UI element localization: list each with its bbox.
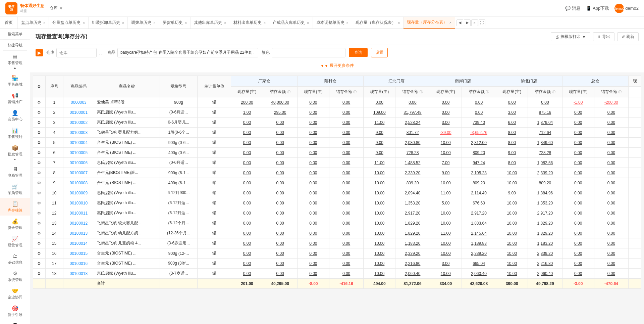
cell-w2-qty[interactable]: 0.00 xyxy=(297,269,329,279)
tab-next-btn[interactable]: ▶ xyxy=(464,19,471,26)
cell-code[interactable]: 00100011 xyxy=(63,208,94,218)
cell-gear[interactable]: ⚙ xyxy=(33,107,46,118)
cell-w4-qty[interactable]: 7.00 xyxy=(430,158,462,168)
cell-w6-qty[interactable]: 0.00 xyxy=(562,178,594,188)
sidebar-search[interactable]: 搜索英单 xyxy=(0,29,30,40)
cell-w2-qty[interactable]: 0.00 xyxy=(297,178,329,188)
cell-w5-qty[interactable]: 10.00 xyxy=(496,198,528,208)
cell-w6-qty[interactable]: 0.00 xyxy=(562,238,594,248)
cell-code[interactable]: 00100007 xyxy=(63,168,94,178)
info-icon-6[interactable]: ⓘ xyxy=(618,90,622,94)
cell-w6-qty[interactable]: 0.00 xyxy=(562,148,594,158)
cell-w2-qty[interactable]: 0.00 xyxy=(297,228,329,238)
cell-w3-qty[interactable]: 10.00 xyxy=(364,228,395,238)
cell-w5-qty[interactable]: 8.00 xyxy=(496,138,528,148)
cell-w4-qty[interactable]: 10.00 xyxy=(430,148,462,158)
cell-w6-qty[interactable]: 0.00 xyxy=(562,248,594,259)
sidebar-item-0[interactable]: ▤零售管理▲ xyxy=(0,51,30,72)
cell-w5-qty[interactable]: 10.00 xyxy=(496,269,528,279)
cell-w4-qty[interactable]: 10.00 xyxy=(430,208,462,218)
sidebar-item-8[interactable]: 📋库存核算 xyxy=(0,198,30,216)
cell-w3-qty[interactable]: 10.00 xyxy=(364,259,395,269)
cell-code[interactable]: 00100012 xyxy=(63,218,94,228)
cell-w4-qty[interactable]: 11.00 xyxy=(430,188,462,198)
tab-close-3[interactable]: × xyxy=(122,21,124,25)
cell-w3-qty[interactable]: 10.00 xyxy=(364,269,395,279)
search-btn[interactable]: 查询 xyxy=(349,48,368,57)
th-settings[interactable]: ⚙ xyxy=(33,76,46,97)
tab-close-4[interactable]: × xyxy=(153,21,155,25)
cell-w5-qty[interactable]: 10.00 xyxy=(496,178,528,188)
cell-w3-qty[interactable]: 10.00 xyxy=(364,178,395,188)
cell-gear[interactable]: ⚙ xyxy=(33,218,46,228)
cell-w3-qty[interactable]: 11.00 xyxy=(364,158,395,168)
tab-4[interactable]: 调拨单历史 × xyxy=(128,17,159,29)
expand-conditions-btn[interactable]: ▼▼ 展开更多条件 xyxy=(320,63,354,68)
cell-w1-qty[interactable]: 0.00 xyxy=(231,198,263,208)
cell-w1-qty[interactable]: 200.00 xyxy=(231,97,263,107)
cell-code[interactable]: 00100003 xyxy=(63,128,94,138)
tab-close-11[interactable]: × xyxy=(449,20,451,25)
cell-gear[interactable]: ⚙ xyxy=(33,138,46,148)
refresh-btn[interactable]: ↺ 刷新 xyxy=(617,32,639,41)
cell-w6-qty[interactable]: -1.00 xyxy=(562,97,594,107)
cell-gear[interactable]: ⚙ xyxy=(33,158,46,168)
cell-w3-qty[interactable]: 109.00 xyxy=(364,107,395,118)
cell-w2-qty[interactable]: 0.00 xyxy=(297,259,329,269)
sidebar-item-15[interactable]: 📱应用中心 xyxy=(0,320,30,324)
cell-w3-qty[interactable]: 10.00 xyxy=(364,238,395,248)
cell-code[interactable]: 00100008 xyxy=(63,178,94,188)
cell-w6-qty[interactable]: 0.00 xyxy=(562,188,594,198)
export-btn[interactable]: ⬆ 导出 xyxy=(593,32,614,41)
tab-close-all-btn[interactable]: × xyxy=(471,19,478,26)
cell-gear[interactable]: ⚙ xyxy=(33,118,46,128)
info-icon-1[interactable]: ⓘ xyxy=(287,90,290,94)
cell-w3-qty[interactable]: 9.00 xyxy=(364,128,395,138)
cell-w1-qty[interactable]: 0.00 xyxy=(231,208,263,218)
cell-w4-qty[interactable]: 5.00 xyxy=(430,198,462,208)
warehouse-dots[interactable]: … xyxy=(99,50,104,56)
cell-w6-qty[interactable]: 0.00 xyxy=(562,168,594,178)
cell-w2-qty[interactable]: 0.00 xyxy=(297,118,329,128)
cell-w6-qty[interactable]: 0.00 xyxy=(562,208,594,218)
tab-expand-btn[interactable]: ⛶ xyxy=(479,19,485,26)
cell-code[interactable]: 00100001 xyxy=(63,107,94,118)
cell-w2-qty[interactable]: 0.00 xyxy=(297,128,329,138)
cell-w6-qty[interactable]: 0.00 xyxy=(562,107,594,118)
cell-w4-qty[interactable]: -39.00 xyxy=(430,128,462,138)
cell-code[interactable]: 00100006 xyxy=(63,158,94,168)
sidebar-item-10[interactable]: 📈经营管理 xyxy=(0,233,30,250)
cell-w1-qty[interactable]: 0.00 xyxy=(231,168,263,178)
cell-w2-qty[interactable]: 0.00 xyxy=(297,107,329,118)
cell-w4-qty[interactable]: 3.00 xyxy=(430,118,462,128)
cell-w6-qty[interactable]: 0.00 xyxy=(562,218,594,228)
cell-gear[interactable]: ⚙ xyxy=(33,178,46,188)
cell-w1-qty[interactable]: 0.00 xyxy=(231,178,263,188)
sidebar-item-5[interactable]: 📦批发管理▲ xyxy=(0,142,30,164)
cell-w2-qty[interactable]: 0.00 xyxy=(297,238,329,248)
cell-w6-qty[interactable]: 0.00 xyxy=(562,158,594,168)
cell-w6-qty[interactable]: 0.00 xyxy=(562,228,594,238)
cell-w3-qty[interactable]: 11.00 xyxy=(364,118,395,128)
cell-w1-qty[interactable]: 0.00 xyxy=(231,118,263,128)
cell-w6-qty[interactable]: 0.00 xyxy=(562,128,594,138)
cell-code[interactable]: 00100015 xyxy=(63,248,94,259)
cell-w5-qty[interactable]: 10.00 xyxy=(496,259,528,269)
cell-w5-qty[interactable]: 10.00 xyxy=(496,238,528,248)
tab-close-8[interactable]: × xyxy=(307,21,309,25)
sidebar-item-12[interactable]: ⚙系统管理 xyxy=(0,268,30,285)
cell-w5-qty[interactable]: 9.00 xyxy=(496,188,528,198)
tab-8[interactable]: 产成品入库单历史 × xyxy=(269,17,313,29)
cell-w2-qty[interactable]: 0.00 xyxy=(297,198,329,208)
cell-w3-qty[interactable]: 10.00 xyxy=(364,188,395,198)
sidebar-item-9[interactable]: 💰资金管理 xyxy=(0,216,30,233)
cell-w4-qty[interactable]: 10.00 xyxy=(430,238,462,248)
tab-11[interactable]: 现存量（库存分布表） × xyxy=(404,17,455,29)
cell-gear[interactable]: ⚙ xyxy=(33,269,46,279)
cell-w4-qty[interactable]: 10.00 xyxy=(430,138,462,148)
cell-w1-qty[interactable]: 0.00 xyxy=(231,259,263,269)
sidebar-item-14[interactable]: 🎯新手引导 xyxy=(0,303,30,320)
cell-w5-qty[interactable]: 10.00 xyxy=(496,228,528,238)
sidebar-item-6[interactable]: 🖥电商管理 xyxy=(0,164,30,181)
cell-code[interactable]: 0000003 xyxy=(63,97,94,107)
